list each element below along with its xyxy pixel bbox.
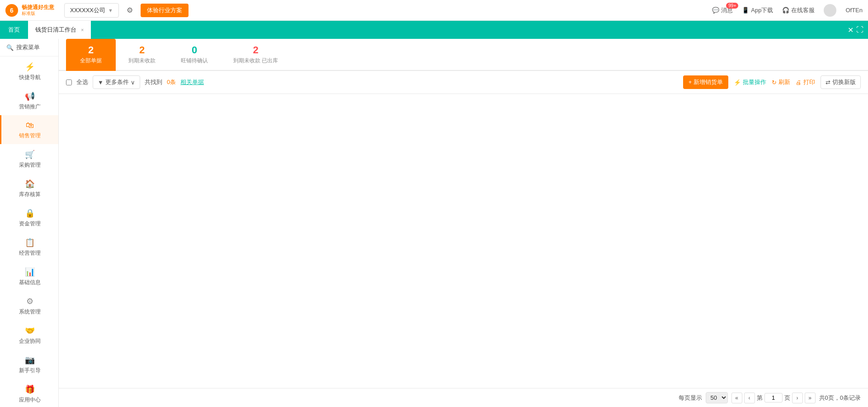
related-link[interactable]: 相关单据: [180, 78, 204, 86]
sidebar-label-cooperation: 企业协同: [19, 337, 41, 345]
company-name: XXXXXX公司: [70, 6, 105, 14]
found-count: 0条: [167, 78, 176, 86]
switch-icon: ⇄: [826, 79, 830, 86]
prev-page-button[interactable]: ‹: [744, 393, 755, 403]
page-nav: « ‹ 第 页 › »: [731, 393, 816, 403]
app-download-label: App下载: [751, 6, 773, 14]
app-center-icon: 🎁: [25, 384, 35, 394]
stats-label-unshipped: 到期未收款 已出库: [233, 57, 278, 65]
basic-info-icon: 📊: [25, 267, 35, 277]
app-download-button[interactable]: 📱 App下载: [742, 6, 773, 14]
settings-icon[interactable]: ⚙: [123, 4, 136, 17]
table-area: [59, 94, 868, 388]
sidebar-item-guide[interactable]: 📷 新手引导: [0, 350, 58, 379]
search-menu[interactable]: 🔍 搜索菜单: [0, 39, 58, 56]
purchase-icon: 🛒: [25, 150, 35, 159]
sidebar-item-operation[interactable]: 📋 经营管理: [0, 232, 58, 262]
next-page-button[interactable]: ›: [792, 393, 803, 403]
capital-icon: 🔒: [25, 208, 35, 218]
select-all-label: 全选: [76, 78, 88, 86]
avatar[interactable]: [824, 4, 836, 17]
select-all-checkbox[interactable]: [66, 80, 72, 85]
found-prefix: 共找到: [145, 78, 162, 86]
print-button[interactable]: 🖨 打印: [796, 78, 815, 86]
sidebar-item-app-center[interactable]: 🎁 应用中心: [0, 379, 58, 407]
toolbar: 全选 ▼ 更多条件 ∨ 共找到 0条 相关单据 + 新增销货单 ⚡ 批量操作 ↻…: [59, 71, 868, 94]
stats-tab-pending[interactable]: 0 旺铺待确认: [168, 39, 221, 71]
refresh-icon: ↻: [772, 79, 777, 86]
first-page-button[interactable]: «: [731, 393, 742, 403]
online-service-button[interactable]: 🎧 在线客服: [782, 6, 815, 14]
filter-button[interactable]: ▼ 更多条件 ∨: [93, 75, 140, 89]
add-sales-order-button[interactable]: + 新增销货单: [683, 75, 728, 89]
experience-button[interactable]: 体验行业方案: [141, 4, 189, 17]
stats-tab-all[interactable]: 2 全部单据: [66, 39, 116, 71]
quick-nav-icon: ⚡: [25, 62, 35, 72]
sidebar-label-app-center: 应用中心: [19, 396, 41, 404]
batch-icon: ⚡: [734, 79, 741, 86]
company-arrow: ▼: [108, 8, 113, 13]
sidebar-label-guide: 新手引导: [19, 367, 41, 374]
batch-operation-button[interactable]: ⚡ 批量操作: [734, 78, 766, 86]
messages-button[interactable]: 💬 消息 99+: [712, 6, 733, 14]
user-name: OfTEn: [845, 7, 863, 14]
operation-icon: 📋: [25, 238, 35, 248]
stats-num-unshipped: 2: [253, 44, 259, 56]
window-expand-button[interactable]: ⛶: [856, 26, 863, 34]
sales-icon: 🛍: [26, 121, 34, 130]
window-close-button[interactable]: ✕: [848, 26, 854, 34]
top-right-area: 💬 消息 99+ 📱 App下载 🎧 在线客服 OfTEn: [712, 4, 863, 17]
print-label: 打印: [803, 78, 815, 86]
sidebar-item-basic-info[interactable]: 📊 基础信息: [0, 262, 58, 291]
headset-icon: 🎧: [782, 7, 789, 14]
page-summary: 共0页，0条记录: [819, 394, 861, 402]
sidebar-label-inventory: 库存核算: [19, 191, 41, 198]
sidebar-item-marketing[interactable]: 📢 营销推广: [0, 86, 58, 115]
page-suffix: 页: [784, 394, 790, 402]
sidebar-label-operation: 经营管理: [19, 249, 41, 257]
main-layout: 🔍 搜索菜单 ⚡ 快捷导航 📢 营销推广 🛍 销售管理 🛒 采购管理 🏠 库存核…: [0, 39, 868, 407]
stats-num-all: 2: [88, 44, 94, 56]
inventory-icon: 🏠: [25, 179, 35, 189]
sidebar-item-cooperation[interactable]: 🤝 企业协同: [0, 320, 58, 350]
sidebar-item-quick-nav[interactable]: ⚡ 快捷导航: [0, 56, 58, 86]
cooperation-icon: 🤝: [25, 326, 35, 336]
refresh-label: 刷新: [778, 78, 790, 86]
online-service-label: 在线客服: [791, 6, 815, 14]
switch-label: 切换新版: [832, 78, 856, 86]
pagination-bar: 每页显示 50 « ‹ 第 页 › » 共0页，0条记录: [59, 388, 868, 407]
search-menu-label: 搜索菜单: [16, 43, 40, 51]
stats-num-overdue: 2: [139, 44, 145, 56]
sidebar-item-sales[interactable]: 🛍 销售管理: [0, 115, 58, 144]
sidebar-item-purchase[interactable]: 🛒 采购管理: [0, 144, 58, 173]
filter-label: 更多条件: [105, 78, 129, 86]
tab-bar: 首页 钱货日清工作台 × ✕ ⛶: [0, 21, 868, 39]
sidebar-label-system: 系统管理: [19, 308, 41, 316]
last-page-button[interactable]: »: [805, 393, 816, 403]
page-input[interactable]: [764, 393, 783, 402]
tab-qhrc[interactable]: 钱货日清工作台 ×: [28, 21, 91, 39]
sidebar: 🔍 搜索菜单 ⚡ 快捷导航 📢 营销推广 🛍 销售管理 🛒 采购管理 🏠 库存核…: [0, 39, 59, 407]
sidebar-item-inventory[interactable]: 🏠 库存核算: [0, 173, 58, 203]
message-icon: 💬: [712, 7, 719, 14]
sidebar-label-capital: 资金管理: [19, 220, 41, 228]
sidebar-label-quick-nav: 快捷导航: [19, 74, 41, 81]
tab-close-icon[interactable]: ×: [81, 27, 84, 33]
search-icon: 🔍: [6, 44, 14, 51]
per-page-select[interactable]: 50: [706, 392, 728, 403]
toolbar-right: + 新增销货单 ⚡ 批量操作 ↻ 刷新 🖨 打印 ⇄ 切换新版: [683, 75, 861, 89]
tab-bar-actions: ✕ ⛶: [848, 26, 868, 34]
stats-tabs: 2 全部单据 2 到期未收款 0 旺铺待确认 2 到期未收款 已出库: [59, 39, 868, 71]
message-badge: 99+: [726, 3, 738, 9]
sidebar-item-capital[interactable]: 🔒 资金管理: [0, 203, 58, 232]
refresh-button[interactable]: ↻ 刷新: [772, 78, 790, 86]
switch-version-button[interactable]: ⇄ 切换新版: [821, 75, 861, 89]
stats-tab-overdue-unpaid[interactable]: 2 到期未收款: [116, 39, 168, 71]
filter-icon: ▼: [98, 79, 104, 86]
stats-tab-unshipped[interactable]: 2 到期未收款 已出库: [221, 39, 291, 71]
tab-home[interactable]: 首页: [0, 21, 28, 39]
sidebar-item-system[interactable]: ⚙ 系统管理: [0, 291, 58, 320]
company-selector[interactable]: XXXXXX公司 ▼: [64, 3, 119, 18]
batch-label: 批量操作: [743, 78, 766, 86]
sidebar-label-sales: 销售管理: [19, 132, 41, 140]
